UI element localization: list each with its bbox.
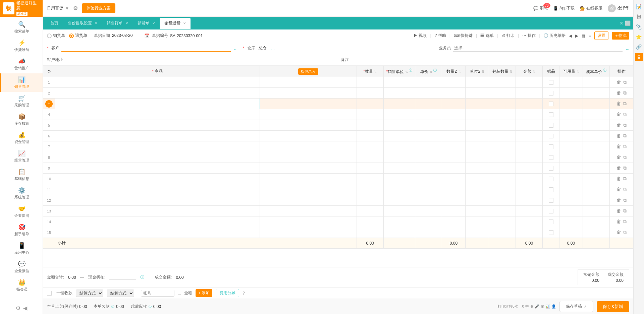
row-cost-cell[interactable]	[583, 163, 610, 174]
row-gift-cell[interactable]	[543, 195, 559, 206]
tab-close-icon[interactable]: ✕	[152, 21, 155, 25]
row-pack-cell[interactable]	[489, 131, 516, 141]
right-panel-link[interactable]: 🔗	[635, 43, 643, 51]
sidebar-item-member[interactable]: 👑 畅会员	[0, 276, 43, 295]
row-available-cell[interactable]	[559, 120, 583, 131]
row-amount-cell[interactable]	[516, 109, 543, 120]
delete-icon[interactable]: 🗑	[616, 90, 621, 96]
copy-icon[interactable]: ⧉	[623, 219, 627, 225]
sidebar-item-sales[interactable]: 📊 销售管理	[0, 73, 43, 92]
discount-input[interactable]	[109, 275, 136, 280]
message-button[interactable]: 💬 消息 70	[533, 5, 548, 11]
row-available-cell[interactable]	[559, 109, 583, 120]
experience-button[interactable]: 体验行业方案	[82, 3, 115, 13]
row-qty2-cell[interactable]	[442, 131, 466, 141]
row-cost-cell[interactable]	[583, 141, 610, 152]
row-price-cell[interactable]	[415, 77, 442, 88]
delete-icon[interactable]: 🗑	[616, 133, 621, 139]
row-qty-cell[interactable]	[357, 99, 383, 109]
copy-icon[interactable]: ⧉	[623, 144, 627, 149]
row-unit2-cell[interactable]	[466, 195, 489, 206]
row-amount-cell[interactable]	[516, 152, 543, 163]
settings-button[interactable]: 设置	[594, 32, 608, 40]
delete-icon[interactable]: 🗑	[616, 176, 621, 182]
gift-checkbox[interactable]	[549, 155, 553, 160]
sidebar-item-inventory[interactable]: 📦 库存核算	[0, 110, 43, 129]
gift-checkbox[interactable]	[549, 219, 553, 224]
row-qty-cell[interactable]	[357, 77, 383, 88]
row-cost-cell[interactable]	[583, 109, 610, 120]
row-cost-cell[interactable]	[583, 195, 610, 206]
delete-icon[interactable]: 🗑	[616, 112, 621, 117]
copy-icon[interactable]: ⧉	[623, 176, 627, 182]
scan-button[interactable]: 扫码录入	[298, 68, 318, 75]
row-available-cell[interactable]	[559, 141, 583, 152]
sidebar-item-enterprise[interactable]: 🤝 企业协同	[0, 202, 43, 221]
row-gift-cell[interactable]	[543, 109, 559, 120]
row-cost-cell[interactable]	[583, 227, 610, 238]
calculation-method-select[interactable]: 结算方式	[107, 290, 134, 297]
gift-checkbox[interactable]	[549, 187, 553, 192]
tab-close-all-button[interactable]: ✕	[620, 20, 624, 26]
row-pack-cell[interactable]	[489, 99, 516, 109]
row-qty2-cell[interactable]	[442, 195, 466, 206]
row-cost-cell[interactable]	[583, 152, 610, 163]
row-amount-cell[interactable]	[516, 184, 543, 195]
row-qty-cell[interactable]	[357, 152, 383, 163]
copy-icon[interactable]: ⧉	[623, 165, 627, 171]
row-unit-cell[interactable]	[383, 174, 415, 184]
row-gift-cell[interactable]	[543, 88, 559, 99]
row-pack-cell[interactable]	[489, 174, 516, 184]
next-history-btn[interactable]: ▶	[575, 34, 578, 38]
row-price-cell[interactable]	[415, 174, 442, 184]
row-product-cell[interactable]	[55, 227, 260, 238]
save-new-button[interactable]: 保存&新增	[597, 301, 629, 312]
sidebar-item-purchase[interactable]: 🛒 采购管理	[0, 92, 43, 110]
row-gift-cell[interactable]	[543, 131, 559, 141]
customer-select-icon[interactable]: ...	[234, 46, 237, 51]
copy-icon[interactable]: ⧉	[623, 101, 627, 107]
row-price-cell[interactable]	[415, 120, 442, 131]
row-unit2-cell[interactable]	[466, 206, 489, 216]
discount-info-icon[interactable]: ⓘ	[140, 274, 144, 280]
history-button[interactable]: 🕐 历史单据	[543, 33, 566, 39]
account-dots[interactable]: ...	[178, 291, 181, 295]
gift-checkbox[interactable]	[549, 134, 553, 138]
tab-sales-delivery[interactable]: 销货单 ✕	[133, 18, 160, 29]
row-qty-cell[interactable]	[357, 227, 383, 238]
row-qty-cell[interactable]	[357, 216, 383, 227]
row-amount-cell[interactable]	[516, 216, 543, 227]
shortcuts-button[interactable]: ⌨ 快捷键	[454, 33, 473, 39]
row-unit2-cell[interactable]	[466, 99, 489, 109]
product-input[interactable]	[57, 102, 258, 106]
row-available-cell[interactable]	[559, 206, 583, 216]
print-button[interactable]: 🖨 打印	[501, 33, 515, 39]
tab-sale-extract[interactable]: 售价提取设置 ✕	[63, 18, 102, 29]
row-qty2-cell[interactable]	[442, 109, 466, 120]
row-unit-cell[interactable]	[383, 120, 415, 131]
row-gift-cell[interactable]	[543, 99, 559, 109]
address-input[interactable]	[65, 56, 329, 63]
row-product-cell[interactable]	[55, 99, 260, 109]
row-qty-cell[interactable]	[357, 120, 383, 131]
row-unit2-cell[interactable]	[466, 184, 489, 195]
row-unit2-cell[interactable]	[466, 109, 489, 120]
row-qty2-cell[interactable]	[442, 152, 466, 163]
right-panel-star[interactable]: ⭐	[635, 33, 643, 41]
delete-icon[interactable]: 🗑	[616, 219, 621, 225]
row-available-cell[interactable]	[559, 131, 583, 141]
row-qty2-cell[interactable]	[442, 174, 466, 184]
copy-icon[interactable]: ⧉	[623, 122, 627, 128]
row-cost-cell[interactable]	[583, 184, 610, 195]
topbar-gear-icon[interactable]: ⚙	[73, 5, 78, 11]
row-gift-cell[interactable]	[543, 120, 559, 131]
row-unit2-cell[interactable]	[466, 152, 489, 163]
radio-sales-delivery[interactable]: 销货单	[47, 33, 65, 39]
row-qty2-cell[interactable]	[442, 163, 466, 174]
row-price-cell[interactable]	[415, 141, 442, 152]
row-amount-cell[interactable]	[516, 99, 543, 109]
sidebar-item-finance[interactable]: 💰 资金管理	[0, 129, 43, 147]
address-select-icon[interactable]: ...	[332, 58, 335, 62]
row-cost-cell[interactable]	[583, 206, 610, 216]
row-available-cell[interactable]	[559, 88, 583, 99]
